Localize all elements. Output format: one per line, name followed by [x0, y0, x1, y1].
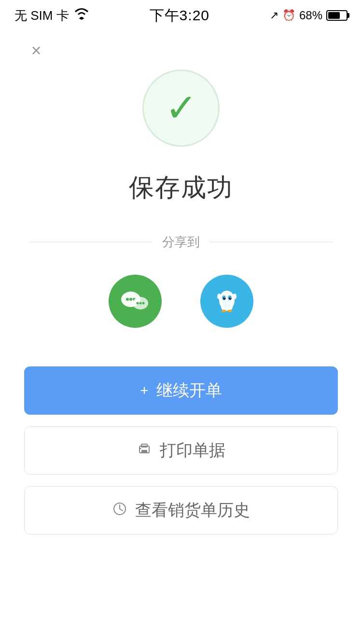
divider-line-left — [29, 242, 153, 242]
svg-point-13 — [229, 297, 231, 299]
close-button[interactable]: × — [24, 39, 48, 63]
no-sim-label: 无 SIM 卡 — [14, 7, 69, 24]
svg-point-20 — [217, 294, 221, 299]
continue-label: 继续开单 — [156, 379, 222, 402]
svg-point-21 — [233, 294, 237, 299]
share-icons — [109, 275, 253, 328]
svg-point-11 — [224, 297, 225, 298]
svg-point-19 — [227, 309, 232, 312]
battery-icon — [326, 10, 348, 21]
print-button[interactable]: 打印单据 — [24, 426, 338, 475]
history-label: 查看销货单历史 — [135, 499, 250, 521]
clock-icon — [112, 501, 127, 520]
share-label: 分享到 — [153, 234, 209, 251]
svg-point-17 — [223, 299, 231, 309]
svg-point-18 — [222, 309, 226, 312]
svg-point-25 — [140, 448, 141, 449]
main-content: ✓ 保存成功 分享到 — [0, 31, 362, 534]
success-circle: ✓ — [142, 70, 220, 147]
svg-point-7 — [142, 302, 145, 305]
svg-point-10 — [223, 297, 225, 299]
svg-point-14 — [230, 297, 231, 298]
status-time: 下午3:20 — [150, 6, 209, 26]
battery-percent: 68% — [299, 9, 322, 22]
checkmark-icon: ✓ — [165, 89, 197, 127]
status-right: ↗ ⏰ 68% — [270, 9, 348, 22]
wifi-icon — [74, 8, 89, 23]
alarm-icon: ⏰ — [282, 9, 295, 22]
svg-point-6 — [139, 302, 142, 305]
action-buttons: + 继续开单 打印单据 — [0, 366, 362, 534]
svg-point-5 — [137, 302, 139, 305]
svg-point-1 — [126, 298, 129, 301]
wechat-share-button[interactable] — [109, 275, 162, 328]
status-bar: 无 SIM 卡 下午3:20 ↗ ⏰ 68% — [0, 0, 362, 31]
success-title: 保存成功 — [129, 171, 233, 205]
divider-line-right — [209, 242, 333, 242]
continue-button[interactable]: + 继续开单 — [24, 366, 338, 415]
share-divider: 分享到 — [0, 234, 362, 251]
wechat-icon — [119, 285, 152, 318]
svg-line-28 — [120, 509, 123, 511]
qq-icon — [211, 286, 243, 317]
svg-rect-24 — [141, 450, 147, 453]
close-icon: × — [31, 42, 41, 59]
print-icon — [137, 441, 152, 460]
status-left: 无 SIM 卡 — [14, 7, 89, 24]
history-button[interactable]: 查看销货单历史 — [24, 486, 338, 534]
print-label: 打印单据 — [160, 439, 225, 462]
location-icon: ↗ — [270, 9, 278, 22]
plus-icon: + — [140, 382, 149, 399]
svg-point-2 — [129, 298, 132, 301]
qq-share-button[interactable] — [200, 275, 253, 328]
